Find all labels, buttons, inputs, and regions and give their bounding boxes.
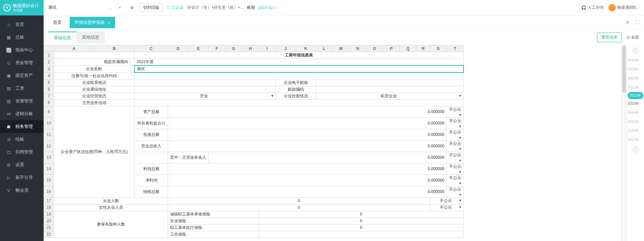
sidebar-item-invoice[interactable]: ▥发票管理	[0, 95, 44, 107]
reg-number-input[interactable]	[135, 73, 464, 79]
year-down-icon[interactable]: ˅	[632, 146, 639, 153]
row-header-17[interactable]: 17	[44, 197, 54, 204]
col-header-P[interactable]: P	[383, 45, 400, 52]
year-2027年: 2027年	[628, 135, 643, 144]
sidebar: ✦ 畅捷通好会计 专业版 ⌂首页▦总账📈报表中心⊙资金管理▣固定资产▤工资▥发票…	[0, 0, 44, 241]
row-header-12[interactable]: 12	[44, 140, 54, 152]
refresh-button[interactable]: ⟳ 刷新	[627, 35, 639, 40]
row-header-11[interactable]: 11	[44, 129, 54, 140]
col-header-G[interactable]: G	[225, 45, 242, 52]
publish-select[interactable]: 不公示▾	[447, 163, 464, 175]
row-header-8[interactable]: 8	[44, 99, 54, 106]
cloud-icon: ✦	[3, 4, 11, 11]
col-header-A[interactable]: A	[54, 45, 94, 52]
asset-icon: ▣	[6, 73, 11, 78]
sidebar-item-ledger[interactable]: ▦总账	[0, 31, 44, 44]
tax-icon: ☗	[6, 124, 11, 129]
subtab-basic[interactable]: 基础信息	[48, 32, 76, 44]
row-header-18[interactable]: 18	[44, 204, 54, 211]
row-header-14[interactable]: 14	[44, 163, 54, 175]
sidebar-item-report[interactable]: 📈报表中心	[0, 44, 44, 56]
gear-icon[interactable]: ⚙	[127, 3, 136, 12]
row-header-9[interactable]: 9	[44, 106, 54, 117]
close-all-button[interactable]: ×	[623, 19, 632, 26]
sidebar-item-guide[interactable]: ▷新手引导	[0, 171, 44, 184]
row-header-16[interactable]: 16	[44, 186, 54, 197]
publish-select[interactable]: 不公示▾	[447, 175, 464, 186]
support-link[interactable]: 🎧 人工咨询	[581, 5, 604, 10]
col-header-N[interactable]: N	[350, 45, 366, 52]
publish-select[interactable]: 不公示▾	[447, 186, 464, 197]
row-header-19[interactable]: 19	[44, 211, 54, 218]
row-header-20[interactable]: 20	[44, 218, 54, 224]
reset-button[interactable]: 重置报表	[597, 33, 622, 42]
col-header-R[interactable]: R	[417, 45, 430, 52]
sidebar-item-close[interactable]: ⊘结账	[0, 133, 44, 146]
row-header-1[interactable]: 1	[44, 52, 54, 59]
business-status-select[interactable]: 开业▾	[135, 93, 276, 99]
publish-select[interactable]: 不公示▾	[447, 140, 464, 152]
year-2023年[interactable]: 2023年	[628, 99, 643, 108]
period-value[interactable]: 2023-02 ▭	[258, 5, 278, 10]
user-menu[interactable]: 畅捷通B组...	[608, 4, 639, 11]
col-header-Q[interactable]: Q	[400, 45, 417, 52]
publish-select[interactable]: 不公示▾	[447, 106, 464, 117]
col-header-I[interactable]: I	[259, 45, 276, 52]
col-header-C[interactable]: C	[135, 45, 168, 52]
add-button[interactable]: ＋	[115, 3, 124, 12]
row-header-2[interactable]: 2	[44, 59, 54, 66]
spreadsheet[interactable]: ABCDEFGHIJKLMNOPQRST1工商年报信息表2税款所属期间：2022…	[44, 45, 621, 241]
row-header-15[interactable]: 15	[44, 175, 54, 186]
col-header-F[interactable]: F	[209, 45, 225, 52]
sidebar-item-asset[interactable]: ▣固定资产	[0, 69, 44, 82]
tab-annual-report[interactable]: 年报信息申报表 ×	[70, 17, 115, 28]
sidebar-item-salary[interactable]: ▤工资	[0, 82, 44, 95]
row-header-21[interactable]: 21	[44, 224, 54, 231]
company-selector[interactable]: 测试 ⌄	[48, 5, 112, 10]
publish-select[interactable]: 不公示▾	[447, 129, 464, 140]
publish-select[interactable]: 不公示▾	[447, 117, 464, 129]
row-header-6[interactable]: 6	[44, 86, 54, 93]
holding-select[interactable]: 私营企业▾	[316, 93, 464, 99]
col-header-S[interactable]: S	[430, 45, 447, 52]
sidebar-item-label: 资金管理	[15, 60, 33, 66]
close-icon[interactable]: ×	[108, 20, 110, 25]
row-header-13[interactable]: 13	[44, 152, 54, 163]
row-header-10[interactable]: 10	[44, 117, 54, 129]
year-2020年: 2020年	[628, 74, 643, 83]
expand-icon[interactable]: ⛶	[635, 20, 639, 25]
publish-select[interactable]: 不公示▾	[447, 152, 464, 163]
col-header-B[interactable]: B	[94, 45, 135, 52]
col-header-M[interactable]: M	[333, 45, 350, 52]
col-header-O[interactable]: O	[366, 45, 383, 52]
settings-icon: ⚙	[6, 162, 11, 167]
col-header-D[interactable]: D	[168, 45, 189, 52]
vertical-scrollbar[interactable]	[621, 45, 627, 241]
year-up-icon[interactable]: ˄	[632, 47, 639, 54]
sidebar-item-home[interactable]: ⌂首页	[0, 18, 44, 31]
col-header-L[interactable]: L	[316, 45, 333, 52]
company-name-input[interactable]: 测试	[135, 65, 464, 73]
sidebar-item-stock[interactable]: ⇄进销台账	[0, 107, 44, 120]
row-header-3[interactable]: 3	[44, 65, 54, 73]
row-header-5[interactable]: 5	[44, 79, 54, 86]
sidebar-item-archive[interactable]: 🗀归档管理	[0, 146, 44, 158]
col-header-K[interactable]: K	[296, 45, 316, 52]
col-header-T[interactable]: T	[447, 45, 464, 52]
old-version-button[interactable]: 切到旧版	[140, 3, 163, 12]
logo[interactable]: ✦ 畅捷通好会计 专业版	[0, 0, 44, 15]
sidebar-item-label: 设置	[15, 162, 24, 168]
sidebar-item-vip[interactable]: V畅会员	[0, 184, 44, 197]
year-2022年[interactable]: 2022年	[628, 92, 643, 99]
subtab-other[interactable]: 其他信息	[76, 32, 105, 44]
sidebar-item-settings[interactable]: ⚙设置	[0, 158, 44, 171]
tab-home[interactable]: 首页	[48, 17, 66, 28]
row-header-7[interactable]: 7	[44, 93, 54, 99]
col-header-E[interactable]: E	[188, 45, 209, 52]
col-header-J[interactable]: J	[276, 45, 296, 52]
sidebar-item-fund[interactable]: ⊙资金管理	[0, 56, 44, 69]
sidebar-item-tax[interactable]: ☗税务管理	[0, 120, 44, 133]
row-header-4[interactable]: 4	[44, 73, 54, 79]
col-header-H[interactable]: H	[242, 45, 259, 52]
row-header-22[interactable]: 22	[44, 231, 54, 238]
